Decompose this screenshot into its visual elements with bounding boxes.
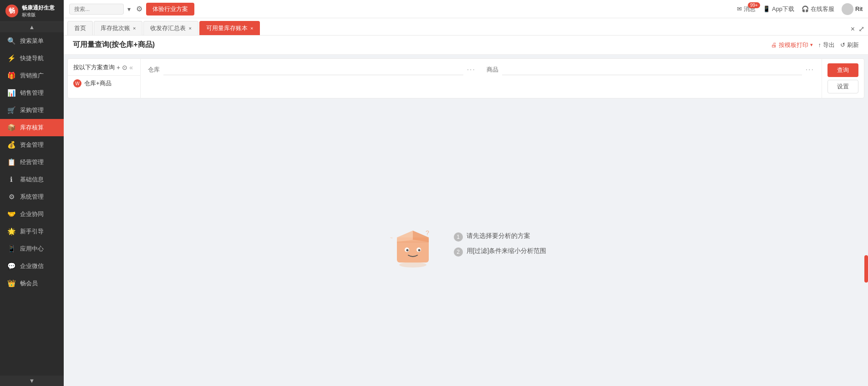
svg-text:~: ~ [390, 236, 393, 241]
online-service-btn[interactable]: 🎧 在线客服 [802, 5, 834, 13]
topbar: ▾ ⚙ 体验行业方案 ✉ 消息 99+ 📱 App下载 🎧 在线客服 Rit [64, 0, 868, 18]
sidebar-item-search[interactable]: 🔍 搜索菜单 [0, 32, 64, 50]
chat-icon: 💬 [7, 262, 15, 270]
tab-home[interactable]: 首页 [67, 21, 93, 35]
app-name: 畅康通好生意 [22, 5, 55, 12]
close-all-tabs-btn[interactable]: × [851, 26, 855, 33]
scheme-item-warehouse-goods[interactable]: W 仓库+商品 [68, 76, 140, 91]
goods-filter-label: 商品 [487, 66, 498, 74]
expand-icon[interactable]: ⤢ [858, 25, 864, 33]
tab-close-icon[interactable]: × [250, 26, 253, 31]
hint-number-1: 1 [454, 232, 463, 242]
experience-btn[interactable]: 体验行业方案 [146, 3, 194, 15]
sidebar-item-label: 采购管理 [20, 106, 44, 114]
tab-available-ledger[interactable]: 可用量库存账本 × [199, 21, 260, 35]
sidebar-scroll-up[interactable]: ▲ [0, 22, 64, 32]
sidebar-item-label: 营销推广 [20, 72, 44, 80]
print-btn[interactable]: 🖨 按模板打印 ▾ [771, 41, 813, 49]
message-icon: ✉ [737, 5, 742, 12]
cube-illustration: ? ~ [386, 217, 440, 272]
right-scroll-indicator[interactable] [864, 255, 868, 283]
svg-point-0 [399, 262, 426, 268]
money-icon: 💰 [7, 141, 15, 149]
sidebar-item-label: 畅会员 [20, 279, 38, 288]
hint-row-1: 1 请先选择要分析的方案 [454, 232, 547, 242]
topbar-dropdown-icon[interactable]: ▾ [127, 5, 131, 13]
scheme-settings-btn[interactable]: ⊙ [122, 64, 127, 71]
topbar-search-input[interactable] [69, 4, 124, 15]
print-icon: 🖨 [771, 41, 777, 48]
sidebar-item-purchase[interactable]: 🛒 采购管理 [0, 102, 64, 119]
app-title-block: 畅康通好生意 标准版 [22, 5, 55, 18]
user-avatar[interactable]: Rit [842, 3, 863, 15]
tab-batch-ledger[interactable]: 库存批次账 × [94, 21, 142, 35]
warehouse-filter-input[interactable] [163, 64, 463, 75]
sidebar-scroll-down[interactable]: ▼ [0, 376, 64, 386]
mobile-icon: 📱 [7, 245, 15, 253]
goods-filter-input[interactable] [502, 64, 802, 75]
svg-text:?: ? [426, 229, 429, 237]
hint-number-2: 2 [454, 247, 463, 257]
empty-state: ? ~ 1 请先选择要分析的方案 2 用[过滤]条件来缩小分析范围 [64, 102, 868, 386]
scheme-item-label: 仓库+商品 [84, 79, 112, 87]
box-icon: 📦 [7, 124, 15, 132]
star-icon: 🌟 [7, 227, 15, 236]
page-header-actions: 🖨 按模板打印 ▾ ↑ 导出 ↺ 刷新 [771, 41, 859, 49]
tab-home-label: 首页 [74, 24, 86, 32]
sidebar-item-vip[interactable]: 👑 畅会员 [0, 275, 64, 292]
topbar-right: ✉ 消息 99+ 📱 App下载 🎧 在线客服 Rit [737, 3, 863, 15]
print-label: 按模板打印 [779, 41, 808, 49]
refresh-btn[interactable]: ↺ 刷新 [840, 41, 859, 49]
app-download-btn[interactable]: 📱 App下载 [763, 5, 794, 13]
sidebar-item-label: 基础信息 [20, 175, 44, 184]
refresh-icon: ↺ [840, 41, 845, 48]
content-area: 可用量查询(按仓库+商品) 🖨 按模板打印 ▾ ↑ 导出 ↺ 刷新 [64, 36, 868, 386]
export-btn[interactable]: ↑ 导出 [818, 41, 835, 49]
print-dropdown-icon: ▾ [810, 42, 813, 48]
sidebar-item-ent-wechat[interactable]: 💬 企业微信 [0, 257, 64, 275]
chart-icon: 📊 [7, 89, 15, 97]
sidebar: 畅 畅康通好生意 标准版 ▲ 🔍 搜索菜单 ⚡ 快捷导航 🎁 营销推广 📊 销售… [0, 0, 64, 386]
gift-icon: 🎁 [7, 72, 15, 80]
sidebar-nav: 🔍 搜索菜单 ⚡ 快捷导航 🎁 营销推广 📊 销售管理 🛒 采购管理 📦 库存核… [0, 32, 64, 376]
tabs-bar: 首页 库存批次账 × 收发存汇总表 × 可用量库存账本 × × ⤢ [64, 18, 868, 36]
sidebar-item-fund[interactable]: 💰 资金管理 [0, 136, 64, 154]
page-title: 可用量查询(按仓库+商品) [73, 40, 155, 50]
sidebar-item-inventory[interactable]: 📦 库存核算 [0, 119, 64, 136]
sidebar-item-system[interactable]: ⚙ 系统管理 [0, 188, 64, 206]
sidebar-item-label: 企业微信 [20, 262, 44, 270]
settings-button[interactable]: 设置 [827, 80, 858, 93]
empty-illustration: ? ~ [386, 217, 440, 272]
tab-batch-ledger-label: 库存批次账 [101, 24, 130, 32]
app-version: 标准版 [22, 12, 55, 18]
query-button[interactable]: 查询 [827, 63, 858, 77]
tab-close-icon[interactable]: × [188, 26, 191, 31]
sidebar-item-app-center[interactable]: 📱 应用中心 [0, 240, 64, 257]
goods-filter-dots[interactable]: ··· [806, 66, 814, 74]
sidebar-item-quick-nav[interactable]: ⚡ 快捷导航 [0, 50, 64, 67]
gear-icon: ⚙ [7, 193, 15, 201]
service-label: 在线客服 [811, 5, 834, 13]
sidebar-item-basic[interactable]: ℹ 基础信息 [0, 171, 64, 188]
user-name: Rit [855, 5, 863, 12]
sidebar-item-biz[interactable]: 📋 经营管理 [0, 154, 64, 171]
scheme-panel-header: 按以下方案查询 + ⊙ « [68, 63, 140, 76]
search-icon: 🔍 [7, 37, 15, 45]
handshake-icon: 🤝 [7, 210, 15, 218]
sidebar-item-guide[interactable]: 🌟 新手引导 [0, 223, 64, 240]
message-btn[interactable]: ✉ 消息 99+ [737, 5, 756, 13]
tab-close-icon[interactable]: × [133, 26, 136, 31]
sidebar-header: 畅 畅康通好生意 标准版 [0, 0, 64, 22]
sidebar-item-marketing[interactable]: 🎁 营销推广 [0, 67, 64, 84]
clipboard-icon: 📋 [7, 158, 15, 166]
add-scheme-btn[interactable]: + [117, 64, 120, 71]
topbar-gear-icon[interactable]: ⚙ [136, 5, 142, 13]
page-header: 可用量查询(按仓库+商品) 🖨 按模板打印 ▾ ↑ 导出 ↺ 刷新 [64, 36, 868, 55]
sidebar-item-sales[interactable]: 📊 销售管理 [0, 84, 64, 102]
tab-receive-summary[interactable]: 收发存汇总表 × [143, 21, 198, 35]
sidebar-item-enterprise[interactable]: 🤝 企业协同 [0, 206, 64, 223]
collapse-scheme-btn[interactable]: « [129, 64, 133, 71]
hint-text-1: 请先选择要分析的方案 [467, 232, 530, 240]
svg-point-7 [406, 249, 408, 251]
warehouse-filter-dots[interactable]: ··· [467, 66, 476, 74]
